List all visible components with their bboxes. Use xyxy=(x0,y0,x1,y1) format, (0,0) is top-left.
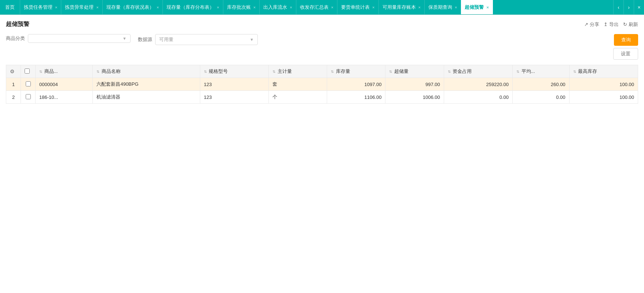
sort-icon-avg: ⇅ xyxy=(516,70,519,74)
cell-spec: 123 xyxy=(200,91,268,104)
cell-overstock: 1006.00 xyxy=(385,91,444,104)
cell-overstock: 997.00 xyxy=(385,78,444,91)
cell-capital: 259220.00 xyxy=(444,78,512,91)
sort-icon-stock: ⇅ xyxy=(331,70,334,74)
th-capital[interactable]: ⇅ 资金占用 xyxy=(444,65,512,78)
share-icon: ↗ xyxy=(584,22,588,27)
row-num: 1 xyxy=(6,78,21,91)
close-tab-1-icon[interactable]: × xyxy=(55,5,57,10)
filter-product-category: 商品分类 ▼ xyxy=(6,34,131,43)
nav-home[interactable]: 首页 xyxy=(0,0,20,15)
page-title: 超储预警 xyxy=(6,21,29,28)
datasource-chevron-icon: ▼ xyxy=(250,37,254,42)
cell-max-stock: 100.00 xyxy=(569,78,638,91)
cell-capital: 0.00 xyxy=(444,91,512,104)
product-category-label: 商品分类 xyxy=(6,35,25,42)
row-checkbox-1[interactable] xyxy=(26,94,31,99)
category-chevron-icon: ▼ xyxy=(122,36,127,41)
sort-icon-spec: ⇅ xyxy=(204,70,207,74)
nav-tab-5[interactable]: 库存批次账 × xyxy=(223,0,260,15)
cell-max-stock: 100.00 xyxy=(569,91,638,104)
header-actions: ↗ 分享 ↥ 导出 ↻ 刷新 xyxy=(584,21,638,28)
nav-tab-6[interactable]: 出入库流水 × xyxy=(260,0,296,15)
close-tab-7-icon[interactable]: × xyxy=(331,5,333,10)
close-tab-9-icon[interactable]: × xyxy=(418,5,421,10)
datasource-select[interactable]: 可用量 ▼ xyxy=(155,34,258,45)
sort-icon-unit: ⇅ xyxy=(272,70,275,74)
nav-tab-10[interactable]: 保质期查询 × xyxy=(425,0,461,15)
table-gear-icon[interactable]: ⚙ xyxy=(10,68,15,74)
sort-icon-max-stock: ⇅ xyxy=(573,70,576,74)
close-tab-10-icon[interactable]: × xyxy=(455,5,457,10)
sort-icon-capital: ⇅ xyxy=(448,70,451,74)
nav-arrow-right[interactable]: › xyxy=(623,0,634,15)
nav-tab-9[interactable]: 可用量库存账本 × xyxy=(379,0,425,15)
th-settings: ⚙ xyxy=(6,65,21,78)
export-button[interactable]: ↥ 导出 xyxy=(604,21,619,28)
select-all-checkbox[interactable] xyxy=(25,68,30,74)
th-unit[interactable]: ⇅ 主计量 xyxy=(269,65,327,78)
th-spec[interactable]: ⇅ 规格型号 xyxy=(200,65,268,78)
table-header-row: ⚙ ⇅ 商品... ⇅ 商品名称 ⇅ 规格型号 ⇅ xyxy=(6,65,638,78)
query-button[interactable]: 查询 xyxy=(614,34,638,46)
nav-arrow-close[interactable]: × xyxy=(634,0,644,15)
data-table: ⚙ ⇅ 商品... ⇅ 商品名称 ⇅ 规格型号 ⇅ xyxy=(6,65,638,104)
nav-tab-1[interactable]: 拣货任务管理 × xyxy=(20,0,61,15)
nav-tab-3[interactable]: 现存量（库存状况表） × xyxy=(103,0,163,15)
th-product-name[interactable]: ⇅ 商品名称 xyxy=(93,65,200,78)
close-tab-2-icon[interactable]: × xyxy=(96,5,98,10)
table-row: 1 0000004 六配套新昌490BPG 123 套 1097.00 997.… xyxy=(6,78,638,91)
export-icon: ↥ xyxy=(604,22,608,27)
datasource-label: 数据源 xyxy=(138,36,152,43)
row-checkbox-0[interactable] xyxy=(26,81,31,86)
row-checkbox-cell xyxy=(21,91,36,104)
row-checkbox-cell xyxy=(21,78,36,91)
cell-product-code: 186-10... xyxy=(36,91,93,104)
cell-product-name: 机油滤清器 xyxy=(93,91,200,104)
nav-arrow-left[interactable]: ‹ xyxy=(613,0,623,15)
sort-icon-product-code: ⇅ xyxy=(39,70,42,74)
close-tab-11-icon[interactable]: × xyxy=(486,5,489,10)
th-stock[interactable]: ⇅ 库存量 xyxy=(327,65,385,78)
refresh-button[interactable]: ↻ 刷新 xyxy=(623,21,638,28)
cell-spec: 123 xyxy=(200,78,268,91)
sort-icon-product-name: ⇅ xyxy=(96,70,99,74)
top-navigation: 首页 拣货任务管理 × 拣货异常处理 × 现存量（库存状况表） × 现存量（库存… xyxy=(0,0,644,15)
close-tab-4-icon[interactable]: × xyxy=(217,5,219,10)
th-max-stock[interactable]: ⇅ 最高库存 xyxy=(569,65,638,78)
cell-avg: 260.00 xyxy=(513,78,570,91)
filter-datasource: 数据源 可用量 ▼ xyxy=(138,34,258,45)
th-overstock[interactable]: ⇅ 超储量 xyxy=(385,65,444,78)
product-category-select[interactable]: ▼ xyxy=(28,34,131,43)
close-tab-5-icon[interactable]: × xyxy=(253,5,256,10)
cell-unit: 个 xyxy=(269,91,327,104)
close-tab-3-icon[interactable]: × xyxy=(157,5,159,10)
page-header: 超储预警 ↗ 分享 ↥ 导出 ↻ 刷新 xyxy=(6,21,638,28)
page-content: 超储预警 ↗ 分享 ↥ 导出 ↻ 刷新 商品分类 ▼ 数据源 xyxy=(0,15,644,293)
cell-product-code: 0000004 xyxy=(36,78,93,91)
row-num: 2 xyxy=(6,91,21,104)
nav-tab-11[interactable]: 超储预警 × xyxy=(461,0,493,15)
close-tab-8-icon[interactable]: × xyxy=(372,5,374,10)
refresh-icon: ↻ xyxy=(623,22,627,27)
cell-avg: 0.00 xyxy=(513,91,570,104)
th-checkbox xyxy=(21,65,36,78)
cell-stock: 1097.00 xyxy=(327,78,385,91)
nav-tab-7[interactable]: 收发存汇总表 × xyxy=(296,0,337,15)
th-avg[interactable]: ⇅ 平均... xyxy=(513,65,570,78)
sort-icon-overstock: ⇅ xyxy=(389,70,392,74)
close-tab-6-icon[interactable]: × xyxy=(290,5,292,10)
settings-button[interactable]: 设置 xyxy=(613,48,638,60)
nav-tab-4[interactable]: 现存量（库存分布表） × xyxy=(163,0,223,15)
cell-product-name: 六配套新昌490BPG xyxy=(93,78,200,91)
nav-tab-2[interactable]: 拣货异常处理 × xyxy=(61,0,102,15)
th-product-code[interactable]: ⇅ 商品... xyxy=(36,65,93,78)
cell-unit: 套 xyxy=(269,78,327,91)
nav-tab-8[interactable]: 要货单统计表 × xyxy=(337,0,378,15)
nav-arrows: ‹ › × xyxy=(613,0,644,15)
filter-actions: 查询 设置 xyxy=(613,34,638,60)
share-button[interactable]: ↗ 分享 xyxy=(584,21,599,28)
table-row: 2 186-10... 机油滤清器 123 个 1106.00 1006.00 … xyxy=(6,91,638,104)
cell-stock: 1106.00 xyxy=(327,91,385,104)
